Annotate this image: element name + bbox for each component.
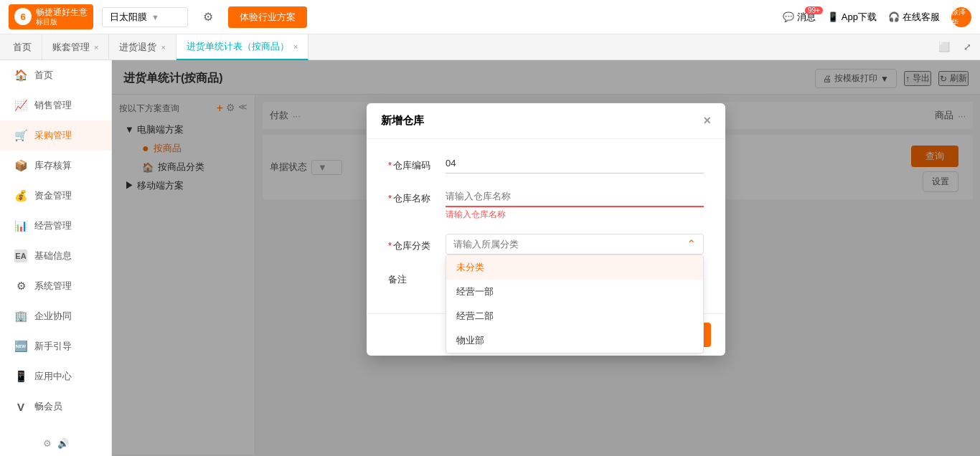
operation-icon: 📊 [14,219,27,232]
sidebar-operation-label: 经营管理 [34,219,72,232]
sidebar-item-finance[interactable]: 💰 资金管理 [0,181,111,211]
tab-account-label: 账套管理 [52,41,90,54]
name-input[interactable] [446,186,704,207]
app-download-button[interactable]: 📱 App下载 [827,11,877,24]
sales-icon: 📈 [14,99,27,112]
member-icon: V [14,400,27,413]
sidebar-bottom: ⚙ 🔊 [0,431,111,456]
dropdown-item-0[interactable]: 未分类 [446,255,703,280]
tab-purchase-stats-close[interactable]: × [293,42,298,51]
main-layout: 🏠 首页 📈 销售管理 🛒 采购管理 📦 库存核算 💰 资金管理 📊 经营管理 … [0,60,980,456]
tab-home-label: 首页 [13,41,32,54]
phone-icon: 📱 [827,11,839,22]
apps-icon: 📱 [14,370,27,383]
system-icon: ⚙ [14,280,27,293]
headset-icon: 🎧 [888,11,900,22]
name-field: 请输入仓库名称 [446,186,704,221]
speaker-icon[interactable]: 🔊 [57,438,69,449]
sidebar-basic-label: 基础信息 [34,250,72,262]
tab-account[interactable]: 账套管理 × [42,34,109,60]
sidebar-item-purchase[interactable]: 🛒 采购管理 [0,120,111,151]
name-label: 仓库名称 [388,186,446,205]
sidebar-item-enterprise[interactable]: 🏢 企业协同 [0,301,111,331]
sidebar-item-operation[interactable]: 📊 经营管理 [0,211,111,241]
sidebar-item-inventory[interactable]: 📦 库存核算 [0,151,111,181]
sidebar-finance-label: 资金管理 [34,189,72,202]
sidebar-sales-label: 销售管理 [34,99,72,112]
tab-restore-button[interactable]: ⬜ [934,37,954,57]
gear-icon: ⚙ [203,10,213,24]
tab-purchase-return-close[interactable]: × [161,43,165,52]
form-row-code: 仓库编码 [388,153,704,174]
category-toggle-icon[interactable]: ⌃ [687,237,696,251]
logo-icon: 6 [14,8,32,25]
sidebar-guide-label: 新手引导 [34,340,72,353]
category-input-wrapper: ⌃ [446,234,704,255]
sidebar-enterprise-label: 企业协同 [34,310,72,323]
message-button[interactable]: 💬 消息 99+ [783,11,816,24]
code-label: 仓库编码 [388,153,446,172]
store-selector[interactable]: 日太阳膜 ▼ [102,7,188,27]
settings-bottom-icon[interactable]: ⚙ [43,438,52,449]
tab-purchase-return-label: 进货退货 [119,41,156,54]
online-service-button[interactable]: 🎧 在线客服 [888,11,940,24]
home-icon: 🏠 [14,69,27,82]
tab-account-close[interactable]: × [94,43,98,52]
tab-home[interactable]: 首页 [3,34,42,60]
dropdown-item-2[interactable]: 经营二部 [446,304,703,328]
header-right: 💬 消息 99+ 📱 App下载 🎧 在线客服 徐泽华 [783,7,971,27]
sidebar: 🏠 首页 📈 销售管理 🛒 采购管理 📦 库存核算 💰 资金管理 📊 经营管理 … [0,60,112,456]
sidebar-purchase-label: 采购管理 [34,129,72,142]
sidebar-system-label: 系统管理 [34,280,72,293]
avatar: 徐泽华 [951,7,971,27]
modal-header: 新增仓库 × [367,103,725,139]
modal-close-button[interactable]: × [703,113,711,128]
tab-purchase-stats-label: 进货单统计表（按商品） [187,40,289,53]
name-error-msg: 请输入仓库名称 [446,209,704,221]
purchase-icon: 🛒 [14,129,27,142]
category-label: 仓库分类 [388,234,446,252]
dropdown-item-1[interactable]: 经营一部 [446,280,703,304]
logo-text: 畅捷通好生意 标目版 [36,7,88,26]
modal-body: 仓库编码 仓库名称 请输入仓库名称 [367,139,725,313]
sidebar-apps-label: 应用中心 [34,370,72,383]
page-content: 进货单统计(按商品) 🖨 按模板打印 ▼ ↑ 导出 ↻ 刷新 [112,60,980,456]
inventory-icon: 📦 [14,159,27,172]
sidebar-item-apps[interactable]: 📱 应用中心 [0,361,111,391]
enterprise-icon: 🏢 [14,310,27,323]
modal-title: 新增仓库 [381,114,424,128]
category-dropdown: 未分类 经营一部 经营二部 物业部 [446,255,704,353]
modal-new-warehouse: 新增仓库 × 仓库编码 仓库名称 [367,103,725,356]
sidebar-item-system[interactable]: ⚙ 系统管理 [0,271,111,301]
guide-icon: 🆕 [14,340,27,353]
tab-bar-controls: ⬜ ⤢ [934,37,977,57]
logo-area[interactable]: 6 畅捷通好生意 标目版 [9,4,93,29]
tab-expand-button[interactable]: ⤢ [957,37,977,57]
trial-button[interactable]: 体验行业方案 [228,6,307,28]
sidebar-inventory-label: 库存核算 [34,159,72,172]
sidebar-item-sales[interactable]: 📈 销售管理 [0,90,111,120]
chevron-down-icon: ▼ [151,13,159,22]
remark-label: 备注 [388,267,446,286]
tab-bar: 首页 账套管理 × 进货退货 × 进货单统计表（按商品） × ⬜ ⤢ [0,34,980,60]
code-input[interactable] [446,153,704,174]
sidebar-item-home[interactable]: 🏠 首页 [0,60,111,90]
finance-icon: 💰 [14,189,27,202]
sidebar-item-member[interactable]: V 畅会员 [0,391,111,422]
tab-purchase-return[interactable]: 进货退货 × [109,34,176,60]
gear-button[interactable]: ⚙ [197,6,220,29]
top-header: 6 畅捷通好生意 标目版 日太阳膜 ▼ ⚙ 体验行业方案 💬 消息 99+ 📱 … [0,0,980,34]
dropdown-item-3[interactable]: 物业部 [446,328,703,353]
tab-purchase-stats[interactable]: 进货单统计表（按商品） × [176,34,308,60]
form-row-category: 仓库分类 ⌃ 未分类 经营一部 经营二部 物业部 [388,234,704,255]
sidebar-item-basic[interactable]: EA 基础信息 [0,241,111,271]
modal-backdrop: 新增仓库 × 仓库编码 仓库名称 [112,60,980,456]
message-badge: 99+ [805,6,823,14]
message-icon: 💬 [783,11,794,22]
sidebar-item-guide[interactable]: 🆕 新手引导 [0,331,111,361]
form-row-name: 仓库名称 请输入仓库名称 [388,186,704,221]
user-profile-button[interactable]: 徐泽华 [951,7,971,27]
sidebar-home-label: 首页 [34,69,53,82]
category-input[interactable] [453,239,687,250]
category-field: ⌃ 未分类 经营一部 经营二部 物业部 [446,234,704,255]
